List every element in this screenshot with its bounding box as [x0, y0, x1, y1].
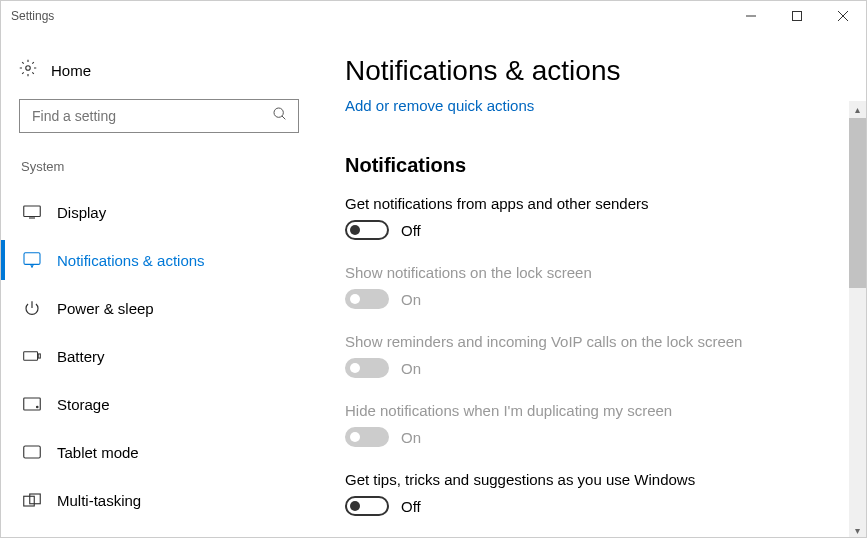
svg-rect-14 [24, 446, 41, 458]
multitasking-icon [23, 493, 41, 507]
search-input[interactable] [30, 107, 272, 125]
toggle-state: On [401, 429, 421, 446]
setting-tips: Get tips, tricks and suggestions as you … [345, 471, 846, 516]
sidebar-item-multitasking[interactable]: Multi-tasking [19, 476, 299, 524]
home-button[interactable]: Home [19, 49, 299, 99]
setting-voip-lock: Show reminders and incoming VoIP calls o… [345, 333, 846, 378]
setting-label: Hide notifications when I'm duplicating … [345, 402, 846, 419]
svg-line-6 [282, 116, 285, 119]
setting-notifications-apps: Get notifications from apps and other se… [345, 195, 846, 240]
svg-point-5 [274, 108, 283, 117]
page-title: Notifications & actions [345, 55, 846, 87]
svg-point-4 [26, 66, 31, 71]
search-icon [272, 106, 288, 126]
svg-rect-9 [24, 253, 40, 265]
svg-rect-11 [38, 354, 40, 358]
category-label: System [19, 159, 299, 174]
sidebar-item-label: Storage [57, 396, 110, 413]
svg-rect-16 [24, 496, 35, 506]
title-bar: Settings [1, 1, 866, 31]
sidebar-item-storage[interactable]: Storage [19, 380, 299, 428]
tablet-icon [23, 445, 41, 459]
sidebar-item-tablet[interactable]: Tablet mode [19, 428, 299, 476]
toggle-switch [345, 358, 389, 378]
sidebar-item-label: Multi-tasking [57, 492, 141, 509]
sidebar-item-label: Notifications & actions [57, 252, 205, 269]
toggle-switch [345, 427, 389, 447]
sidebar-item-label: Power & sleep [57, 300, 154, 317]
toggle-state: Off [401, 222, 421, 239]
sidebar-item-notifications[interactable]: Notifications & actions [19, 236, 299, 284]
setting-duplicating: Hide notifications when I'm duplicating … [345, 402, 846, 447]
scroll-down-arrow[interactable]: ▾ [849, 522, 866, 538]
main-panel: Notifications & actions Add or remove qu… [321, 31, 866, 538]
sidebar-item-label: Display [57, 204, 106, 221]
toggle-state: Off [401, 498, 421, 515]
window-title: Settings [11, 9, 728, 23]
setting-label: Get notifications from apps and other se… [345, 195, 846, 212]
svg-rect-1 [793, 12, 802, 21]
toggle-switch[interactable] [345, 220, 389, 240]
search-box[interactable] [19, 99, 299, 133]
power-icon [23, 300, 41, 316]
sidebar: Home System Display Notifications & acti… [1, 31, 321, 538]
display-icon [23, 205, 41, 219]
svg-rect-7 [24, 206, 41, 217]
toggle-state: On [401, 360, 421, 377]
sidebar-item-battery[interactable]: Battery [19, 332, 299, 380]
close-button[interactable] [820, 1, 866, 31]
battery-icon [23, 350, 41, 362]
sidebar-item-display[interactable]: Display [19, 188, 299, 236]
gear-icon [19, 59, 37, 81]
svg-point-13 [37, 406, 39, 408]
setting-label: Show reminders and incoming VoIP calls o… [345, 333, 846, 350]
toggle-switch[interactable] [345, 496, 389, 516]
svg-rect-17 [30, 494, 41, 504]
notifications-icon [23, 252, 41, 268]
maximize-button[interactable] [774, 1, 820, 31]
sidebar-item-label: Battery [57, 348, 105, 365]
scroll-up-arrow[interactable]: ▴ [849, 101, 866, 118]
scroll-thumb[interactable] [849, 118, 866, 288]
section-heading: Notifications [345, 154, 846, 177]
home-label: Home [51, 62, 91, 79]
setting-label: Get tips, tricks and suggestions as you … [345, 471, 846, 488]
quick-actions-link[interactable]: Add or remove quick actions [345, 97, 534, 114]
sidebar-item-power[interactable]: Power & sleep [19, 284, 299, 332]
sidebar-item-label: Tablet mode [57, 444, 139, 461]
svg-rect-10 [24, 352, 38, 360]
storage-icon [23, 397, 41, 411]
setting-lock-screen: Show notifications on the lock screen On [345, 264, 846, 309]
toggle-switch [345, 289, 389, 309]
toggle-state: On [401, 291, 421, 308]
scrollbar[interactable]: ▴ ▾ [849, 101, 866, 538]
setting-label: Show notifications on the lock screen [345, 264, 846, 281]
minimize-button[interactable] [728, 1, 774, 31]
